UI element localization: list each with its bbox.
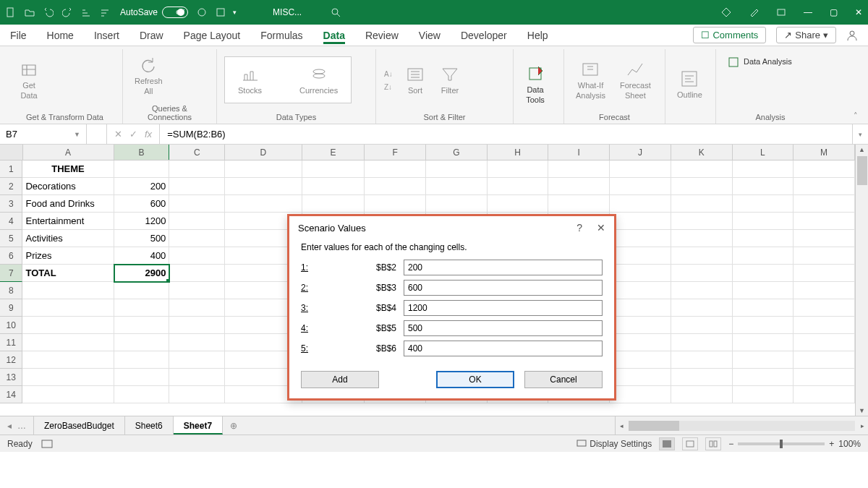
cell[interactable] xyxy=(733,299,794,317)
cell[interactable] xyxy=(671,160,733,178)
sheet-tab-sheet6[interactable]: Sheet6 xyxy=(125,416,174,435)
cell[interactable] xyxy=(225,178,302,195)
cell[interactable] xyxy=(733,195,794,213)
formula-input[interactable]: =SUM(B2:B6) xyxy=(160,124,852,144)
cell[interactable] xyxy=(302,195,365,213)
open-folder-icon[interactable] xyxy=(25,7,35,17)
cell[interactable] xyxy=(733,160,794,178)
data-types-gallery[interactable]: Stocks Currencies xyxy=(224,56,352,103)
cell[interactable] xyxy=(793,317,855,334)
cell[interactable]: Prizes xyxy=(22,247,114,265)
qat-more-icon[interactable]: ▾ xyxy=(233,9,237,16)
cell[interactable] xyxy=(426,160,488,178)
row-header[interactable]: 1 xyxy=(0,160,22,178)
cell[interactable]: THEME xyxy=(22,160,114,178)
cell[interactable]: 200 xyxy=(114,178,170,195)
tab-home[interactable]: Home xyxy=(47,27,74,44)
data-analysis-button[interactable]: Data Analysis xyxy=(723,53,796,71)
cell[interactable] xyxy=(733,317,794,334)
dialog-help-icon[interactable]: ? xyxy=(576,222,582,234)
cell[interactable] xyxy=(169,247,225,265)
cell[interactable] xyxy=(671,317,733,334)
cell[interactable] xyxy=(426,195,488,213)
cell[interactable] xyxy=(169,386,225,403)
fx-icon[interactable]: fx xyxy=(145,129,152,140)
cell[interactable] xyxy=(114,299,170,317)
get-data-button[interactable]: Get Data xyxy=(14,56,43,103)
cell[interactable] xyxy=(793,230,855,247)
filter-button[interactable]: Filter xyxy=(435,61,464,98)
cell[interactable] xyxy=(365,195,426,213)
zoom-in-button[interactable]: + xyxy=(829,439,834,449)
currencies-button[interactable]: Currencies xyxy=(295,61,342,98)
cell[interactable] xyxy=(610,213,671,230)
add-button[interactable]: Add xyxy=(301,371,379,388)
tab-review[interactable]: Review xyxy=(365,27,399,44)
cell[interactable] xyxy=(793,351,855,369)
reapply-icon[interactable] xyxy=(470,74,482,86)
row-header[interactable]: 8 xyxy=(0,282,22,299)
cell[interactable] xyxy=(793,247,855,265)
from-table-icon[interactable] xyxy=(49,87,61,99)
queries-icon[interactable] xyxy=(173,57,184,69)
page-break-view-button[interactable] xyxy=(705,437,721,450)
tab-page-layout[interactable]: Page Layout xyxy=(184,27,241,44)
cell[interactable]: 1200 xyxy=(114,213,170,230)
tab-insert[interactable]: Insert xyxy=(94,27,119,44)
cell[interactable]: Entertainment xyxy=(22,213,114,230)
cell[interactable] xyxy=(733,247,794,265)
search-icon[interactable] xyxy=(331,7,341,17)
cell[interactable] xyxy=(302,160,365,178)
cell[interactable] xyxy=(610,282,671,299)
cell[interactable] xyxy=(793,178,855,195)
cell[interactable] xyxy=(671,369,733,386)
cell[interactable] xyxy=(610,351,671,369)
cell[interactable] xyxy=(671,213,733,230)
cell[interactable] xyxy=(114,369,170,386)
share-button[interactable]: ↗ Share ▾ xyxy=(776,27,836,43)
col-header-E[interactable]: E xyxy=(302,145,365,160)
cell[interactable] xyxy=(793,265,855,282)
row-header[interactable]: 14 xyxy=(0,386,22,403)
col-header-F[interactable]: F xyxy=(365,145,426,160)
cell[interactable] xyxy=(671,247,733,265)
existing-conn-icon[interactable] xyxy=(67,74,78,86)
cell[interactable] xyxy=(793,299,855,317)
cell[interactable] xyxy=(733,213,794,230)
cell[interactable] xyxy=(610,369,671,386)
zoom-level[interactable]: 100% xyxy=(838,439,861,449)
brush-icon[interactable] xyxy=(749,7,759,17)
cell[interactable]: 2900 xyxy=(114,265,170,282)
normal-view-button[interactable] xyxy=(659,437,675,450)
macro-record-icon[interactable] xyxy=(41,440,53,448)
cell[interactable] xyxy=(793,282,855,299)
cell[interactable] xyxy=(671,334,733,351)
recent-sources-icon[interactable] xyxy=(67,61,78,73)
row-header[interactable]: 5 xyxy=(0,230,22,247)
restore-button[interactable]: ▢ xyxy=(830,7,838,17)
tab-nav-more-icon[interactable]: … xyxy=(17,421,26,431)
cell[interactable] xyxy=(302,178,365,195)
cell[interactable] xyxy=(169,265,225,282)
cell[interactable] xyxy=(671,178,733,195)
cell[interactable] xyxy=(169,317,225,334)
cell[interactable]: TOTAL xyxy=(22,265,114,282)
cell[interactable]: Food and Drinks xyxy=(22,195,114,213)
col-header-L[interactable]: L xyxy=(733,145,794,160)
sort-button[interactable]: Sort xyxy=(401,61,430,98)
cell[interactable] xyxy=(225,195,302,213)
cell[interactable] xyxy=(671,351,733,369)
cell[interactable] xyxy=(169,178,225,195)
cell[interactable] xyxy=(610,195,671,213)
cell[interactable] xyxy=(548,178,610,195)
cell[interactable] xyxy=(733,178,794,195)
cell[interactable] xyxy=(733,282,794,299)
row-header[interactable]: 9 xyxy=(0,299,22,317)
ok-button[interactable]: OK xyxy=(436,371,514,388)
cell[interactable] xyxy=(22,317,114,334)
cell[interactable] xyxy=(671,386,733,403)
tab-view[interactable]: View xyxy=(419,27,441,44)
cell[interactable] xyxy=(793,160,855,178)
forecast-sheet-button[interactable]: Forecast Sheet xyxy=(616,56,655,103)
cell[interactable] xyxy=(114,386,170,403)
